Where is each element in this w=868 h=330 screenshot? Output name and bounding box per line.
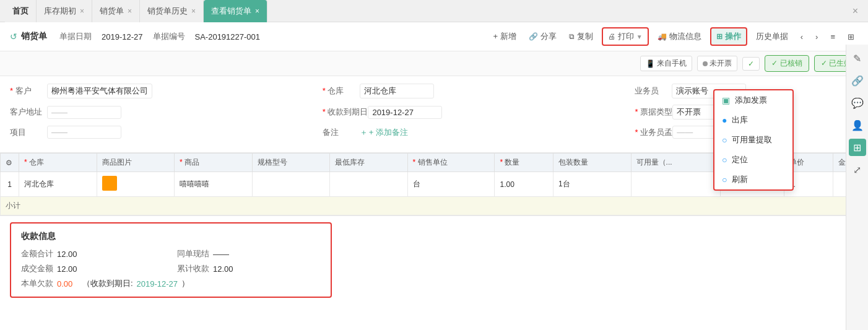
sidebar-chat-icon[interactable]: 💬	[849, 94, 866, 111]
cumulative-item: 累计收款 12.00	[177, 263, 321, 274]
sidebar-link-icon[interactable]: 🔗	[849, 72, 866, 89]
doc-icon: ↺	[10, 32, 17, 41]
payment-box: 收款信息 金额合计 12.00 同单现结 —— 成交金额 12.00 累计收款 …	[10, 222, 332, 298]
warehouse-value[interactable]: 河北仓库	[360, 84, 434, 98]
col-pkg-qty: 包装数量	[553, 154, 631, 172]
customer-value[interactable]: 柳州粤港平安气体有限公司	[47, 84, 152, 98]
col-spec: 规格型号	[252, 154, 330, 172]
product-img-icon	[102, 176, 117, 191]
row-qty: 1.00	[495, 172, 553, 197]
cancelled-btn[interactable]: ✓ 已核销	[765, 55, 809, 72]
history-btn[interactable]: 历史单据	[752, 29, 792, 44]
tab-inventory-init[interactable]: 库存期初 ×	[37, 0, 92, 22]
outbound-item[interactable]: ● 出库	[714, 110, 792, 130]
address-label: 客户地址	[10, 106, 47, 118]
operation-btn[interactable]: ⊞ 操作	[713, 29, 745, 44]
subtotal-row: 小计	[1, 197, 868, 215]
doc-toolbar2: 📱 来自手机 未开票 ✓ ✓ 已核销 ✓ 已生效	[0, 51, 868, 76]
col-qty: 数量	[495, 154, 553, 172]
arrears-item: 本单欠款 0.00 （收款到期日: 2019-12-27 ）	[21, 278, 321, 289]
col-available: 可用量（...	[631, 154, 721, 172]
staff2-label: 业务员孟	[635, 127, 672, 138]
row-available	[631, 172, 721, 197]
outbound-icon: ●	[722, 115, 727, 125]
copy-btn[interactable]: ⧉ 复制	[565, 29, 597, 44]
sidebar-table-icon[interactable]: ⊞	[849, 139, 866, 156]
deal-amount-item: 成交金额 12.00	[21, 263, 165, 274]
list-view-btn[interactable]: ≡	[827, 30, 839, 43]
available-qty-label: 可用量提取	[732, 134, 772, 145]
tab-sales-history[interactable]: 销货单历史 ×	[140, 0, 204, 22]
payment-title: 收款信息	[21, 231, 321, 242]
from-phone-btn[interactable]: 📱 来自手机	[640, 56, 692, 71]
row-min-stock	[330, 172, 408, 197]
main-area: ↺ 销货单 单据日期 2019-12-27 单据编号 SA-20191227-0…	[0, 22, 868, 330]
phone-icon: 📱	[646, 59, 655, 68]
close-tab-sales[interactable]: ×	[128, 7, 132, 15]
staff-label: 业务员	[635, 85, 672, 97]
operation-dropdown: ▣ 添加发票 ● 出库 ○ 可用量提取 ○ 定位 ○ 刷新	[713, 89, 794, 191]
add-invoice-item[interactable]: ▣ 添加发票	[714, 90, 792, 110]
sidebar-user-icon[interactable]: 👤	[849, 116, 866, 134]
add-note-btn[interactable]: ＋ + 添加备注	[360, 127, 408, 138]
refresh-label: 刷新	[732, 174, 748, 185]
locate-item[interactable]: ○ 定位	[714, 150, 792, 170]
new-btn[interactable]: + 新增	[490, 29, 520, 44]
close-tab-history[interactable]: ×	[191, 7, 196, 15]
locate-icon: ○	[722, 155, 727, 165]
due-date-value[interactable]: 2019-12-27	[368, 106, 442, 119]
subtotal-label: 小计	[1, 197, 868, 215]
doc-header: ↺ 销货单 单据日期 2019-12-27 单据编号 SA-20191227-0…	[0, 22, 868, 51]
tab-sales-order[interactable]: 销货单 ×	[92, 0, 140, 22]
row-no: 1	[1, 172, 19, 197]
col-min-stock: 最低库存	[330, 154, 408, 172]
tab-home[interactable]: 首页	[5, 0, 37, 22]
next-btn[interactable]: ›	[812, 30, 822, 43]
sidebar-expand-icon[interactable]: ⤢	[849, 161, 866, 178]
share-btn[interactable]: 🔗 分享	[525, 29, 560, 44]
logistics-btn[interactable]: 🚚 物流信息	[654, 29, 705, 44]
col-warehouse: 仓库	[19, 154, 97, 172]
refresh-icon: ○	[722, 175, 727, 185]
refresh-item[interactable]: ○ 刷新	[714, 170, 792, 189]
right-sidebar: ✎ 🔗 💬 👤 ⊞ ⤢	[846, 45, 868, 330]
row-pkg-qty: 1台	[553, 172, 631, 197]
row-warehouse: 河北仓库	[19, 172, 97, 197]
close-tab-inventory[interactable]: ×	[80, 7, 84, 15]
row-product[interactable]: 嘻嘻嘻嘻	[175, 172, 253, 197]
add-invoice-label: 添加发票	[735, 95, 767, 106]
note-label: 备注	[323, 127, 360, 138]
confirm-btn[interactable]: ✓	[742, 57, 760, 71]
address-value[interactable]: ——	[47, 106, 121, 119]
status-dot-grey	[703, 61, 708, 66]
warehouse-label: 仓库	[323, 85, 360, 97]
col-settings[interactable]: ⚙	[1, 154, 19, 172]
plus-icon: ＋	[360, 127, 368, 138]
available-qty-icon: ○	[722, 135, 727, 145]
tab-bar: 首页 库存期初 × 销货单 × 销货单历史 × 查看销货单 × ×	[0, 0, 868, 22]
doc-title: 销货单	[21, 31, 47, 42]
tab-view-sales[interactable]: 查看销货单 ×	[204, 0, 267, 22]
project-value[interactable]: ——	[47, 126, 121, 139]
same-order-item: 同单现结 ——	[177, 248, 321, 259]
payment-grid: 金额合计 12.00 同单现结 —— 成交金额 12.00 累计收款 12.00…	[21, 248, 321, 289]
col-product-img: 商品图片	[97, 154, 175, 172]
locate-label: 定位	[732, 154, 748, 165]
sidebar-edit-icon[interactable]: ✎	[849, 50, 866, 67]
available-qty-item[interactable]: ○ 可用量提取	[714, 130, 792, 150]
prev-btn[interactable]: ‹	[797, 30, 807, 43]
col-product: 商品	[175, 154, 253, 172]
doc-meta: 单据日期 2019-12-27 单据编号 SA-20191227-001	[59, 31, 260, 42]
grid-view-btn[interactable]: ⊞	[844, 30, 858, 43]
due-date-label: 收款到期日	[323, 106, 368, 118]
add-invoice-icon: ▣	[722, 95, 730, 105]
col-unit: 销售单位	[407, 154, 495, 172]
window-close-btn[interactable]: ×	[848, 6, 863, 17]
not-open-btn[interactable]: 未开票	[697, 56, 737, 71]
print-btn[interactable]: 🖨 打印 ▼	[604, 29, 646, 44]
row-spec	[252, 172, 330, 197]
close-tab-view-sales[interactable]: ×	[255, 7, 259, 15]
outbound-label: 出库	[732, 115, 748, 126]
toolbar-right: + 新增 🔗 分享 ⧉ 复制 🖨 打印 ▼	[490, 27, 858, 46]
customer-label: 客户	[10, 85, 47, 97]
